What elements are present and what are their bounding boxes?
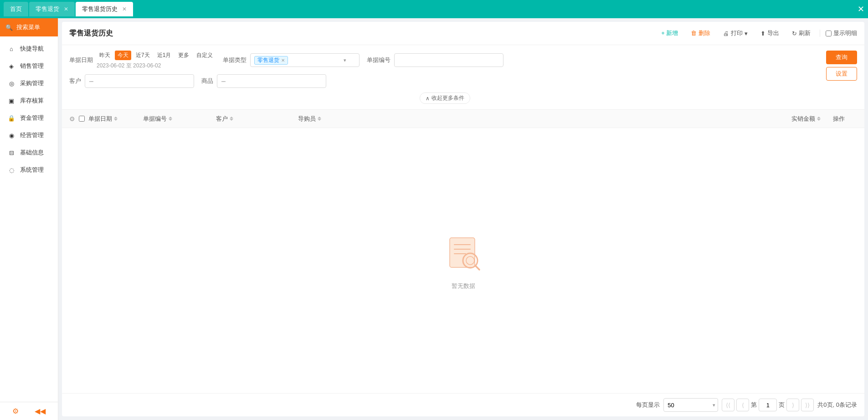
col-num[interactable]: 单据编号 — [143, 115, 216, 123]
collapse-icon: ∧ — [426, 95, 430, 102]
empty-icon — [441, 231, 486, 277]
date-shortcut-more[interactable]: 更多 — [175, 51, 192, 60]
divider — [820, 30, 820, 37]
inventory-icon: ▣ — [7, 97, 15, 105]
page-last-button[interactable]: ⟩⟩ — [801, 399, 814, 411]
column-settings-icon[interactable]: ⚙ — [69, 115, 75, 123]
collapse-button[interactable]: ∧ 收起更多条件 — [420, 92, 470, 104]
show-detail-label: 显示明细 — [833, 29, 857, 37]
sidebar-item-system-mgmt[interactable]: ◌ 系统管理 — [0, 161, 58, 179]
date-shortcut-1month[interactable]: 近1月 — [154, 51, 174, 60]
header-actions: + 新增 🗑 删除 🖨 打印 ▾ ⬆ 导出 ↻ 刷新 — [657, 27, 857, 39]
date-shortcut-7days[interactable]: 近7天 — [133, 51, 153, 60]
pagination: 每页显示 20 50 100 200 ⟨⟨ ⟨ 第 — [62, 393, 864, 416]
tab-home[interactable]: 首页 — [4, 2, 28, 16]
tab-retail-return[interactable]: 零售退货 ✕ — [29, 2, 75, 16]
goods-filter-label: 商品 — [201, 77, 213, 85]
sidebar-bottom: ⚙ ◀◀ — [0, 402, 58, 420]
customer-filter-select[interactable]: ··· — [85, 74, 194, 88]
delete-button[interactable]: 🗑 删除 — [687, 27, 714, 39]
sidebar-item-label: 基础信息 — [20, 149, 44, 157]
print-icon: 🖨 — [723, 30, 729, 37]
collapse-label: 收起更多条件 — [431, 94, 464, 102]
num-filter-input[interactable] — [394, 53, 503, 67]
basic-icon: ⊟ — [7, 149, 15, 157]
show-detail-toggle[interactable]: 显示明细 — [826, 29, 857, 37]
home-icon: ⌂ — [7, 45, 15, 53]
type-tag: 零售退货 ✕ — [254, 56, 288, 65]
sidebar-item-label: 资金管理 — [20, 114, 44, 122]
col-amount[interactable]: 实销金额 — [766, 115, 821, 123]
filter-customer-item: 客户 ··· — [69, 74, 194, 88]
svg-point-6 — [466, 256, 474, 265]
select-dropdown-icon: ▾ — [344, 57, 346, 63]
main-layout: 🔍 搜索菜单 ⌂ 快捷导航 ◈ 销售管理 ◎ 采购管理 ▣ 库存核算 🔒 资金 — [0, 18, 868, 420]
filter-section: 单据日期 昨天 今天 近7天 近1月 更多 自定义 — [69, 51, 857, 104]
refresh-button[interactable]: ↻ 刷新 — [788, 27, 814, 39]
date-shortcut-today[interactable]: 今天 — [115, 51, 131, 60]
filter-type-item: 单据类型 零售退货 ✕ ▾ — [223, 53, 360, 67]
settings-button[interactable]: 设置 — [826, 67, 857, 81]
show-detail-checkbox[interactable] — [826, 31, 832, 36]
sidebar-item-basic-info[interactable]: ⊟ 基础信息 — [0, 144, 58, 161]
sidebar-search-button[interactable]: 🔍 搜索菜单 — [0, 18, 58, 36]
goods-filter-select[interactable]: ··· — [217, 74, 326, 88]
type-filter-select[interactable]: 零售退货 ✕ ▾ — [250, 53, 360, 67]
date-range-display: 2023-06-02 至 2023-06-02 — [97, 62, 216, 70]
type-tag-close[interactable]: ✕ — [281, 58, 285, 63]
tab-retail-return-history[interactable]: 零售退货历史 ✕ — [76, 2, 133, 16]
page-first-button[interactable]: ⟨⟨ — [722, 399, 734, 411]
top-bar: 首页 零售退货 ✕ 零售退货历史 ✕ ✕ — [0, 0, 868, 18]
sidebar-item-label: 销售管理 — [20, 62, 44, 70]
sort-up-icon — [817, 117, 821, 118]
page-label: 第 — [751, 401, 757, 409]
settings-icon[interactable]: ⚙ — [12, 407, 19, 415]
print-button[interactable]: 🖨 打印 ▾ — [719, 27, 751, 39]
page-next-button[interactable]: ⟩ — [786, 399, 799, 411]
col-customer-label: 客户 — [216, 115, 228, 123]
system-icon: ◌ — [7, 166, 15, 174]
page-size-select[interactable]: 20 50 100 200 — [663, 398, 718, 412]
col-ops-label: 操作 — [833, 115, 845, 123]
col-guide[interactable]: 导购员 — [298, 115, 362, 123]
sidebar-item-finance[interactable]: 🔒 资金管理 — [0, 109, 58, 127]
col-date[interactable]: 单据日期 — [88, 115, 143, 123]
tab-retail-return-close[interactable]: ✕ — [64, 6, 68, 12]
query-button[interactable]: 查询 — [826, 51, 857, 64]
date-shortcut-yesterday[interactable]: 昨天 — [97, 51, 113, 60]
filter-num-item: 单据编号 — [367, 53, 503, 67]
col-date-sort — [114, 117, 118, 121]
tab-home-label: 首页 — [10, 5, 22, 13]
sidebar-item-purchase-mgmt[interactable]: ◎ 采购管理 — [0, 75, 58, 92]
page-prev-button[interactable]: ⟨ — [736, 399, 749, 411]
date-filter-label: 单据日期 — [69, 56, 93, 64]
sidebar-item-inventory[interactable]: ▣ 库存核算 — [0, 92, 58, 109]
search-icon: 🔍 — [5, 24, 13, 31]
sales-icon: ◈ — [7, 62, 15, 70]
date-shortcut-custom[interactable]: 自定义 — [194, 51, 216, 60]
new-button[interactable]: + 新增 — [657, 27, 682, 39]
col-num-label: 单据编号 — [143, 115, 167, 123]
col-amount-label: 实销金额 — [791, 115, 815, 123]
col-customer[interactable]: 客户 — [216, 115, 298, 123]
page-number-input[interactable] — [759, 399, 777, 411]
content-area: 零售退货历史 + 新增 🗑 删除 🖨 打印 ▾ ⬆ 导出 ↻ — [58, 18, 868, 420]
sidebar-item-operations[interactable]: ◉ 经营管理 — [0, 127, 58, 144]
export-button[interactable]: ⬆ 导出 — [757, 27, 783, 39]
window-close-button[interactable]: ✕ — [858, 4, 864, 14]
export-icon: ⬆ — [760, 30, 765, 37]
sort-down-icon — [817, 119, 821, 121]
sidebar-item-label: 采购管理 — [20, 79, 44, 87]
tab-retail-return-history-label: 零售退货历史 — [82, 5, 118, 13]
select-all-checkbox[interactable] — [79, 116, 85, 122]
sidebar-item-sales-mgmt[interactable]: ◈ 销售管理 — [0, 57, 58, 75]
tab-retail-return-history-close[interactable]: ✕ — [122, 6, 127, 12]
collapse-row: ∧ 收起更多条件 — [69, 92, 821, 104]
num-filter-label: 单据编号 — [367, 56, 390, 64]
sidebar-item-quick-nav[interactable]: ⌂ 快捷导航 — [0, 40, 58, 57]
goods-dots: ··· — [221, 77, 225, 85]
sort-up-icon — [169, 117, 172, 118]
page-total: 共0页, 0条记录 — [817, 401, 857, 409]
date-shortcuts: 昨天 今天 近7天 近1月 更多 自定义 2023-06-02 至 2023-0… — [97, 51, 216, 70]
volume-icon[interactable]: ◀◀ — [35, 407, 46, 415]
